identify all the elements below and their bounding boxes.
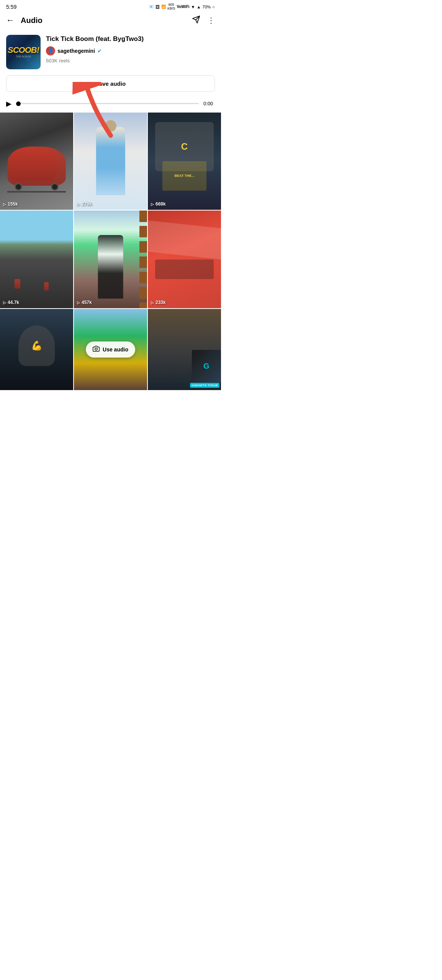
play-icon-2: ▷ [77, 202, 80, 206]
video-cell-9[interactable]: GADGETS TOSUE G [148, 309, 221, 390]
video-cell-3[interactable]: C BEAT THE... ▷ 669k [148, 113, 221, 210]
video-views-6: ▷ 233k [151, 300, 166, 305]
video-cell-4[interactable]: ▷ 44.7k [0, 211, 73, 308]
audio-details: Tick Tick Boom (feat. BygTwo3) 👤 sagethe… [46, 35, 215, 64]
video-views-1: ▷ 155k [3, 201, 18, 207]
video-cell-8[interactable]: Use audio [74, 309, 147, 390]
audio-title: Tick Tick Boom (feat. BygTwo3) [46, 35, 215, 43]
status-bar: 5:59 📧 🖼 📶 805KB/S VoWiFi ▼ ▲ 70% ○ [0, 0, 221, 12]
video-cell-2[interactable]: ▷ 279k [74, 113, 147, 210]
play-icon-6: ▷ [151, 301, 154, 305]
time-display: 0:00 [203, 101, 215, 106]
video-grid: ▷ 155k ▷ 279k C BEAT THE... ▷ 669k [0, 113, 221, 390]
logo-area: G [192, 350, 221, 382]
notification-icon: 📧 [149, 4, 154, 9]
video-cell-6[interactable]: ▷ 233k [148, 211, 221, 308]
progress-thumb[interactable] [16, 101, 21, 106]
wifi-icon: ▼ [191, 5, 195, 9]
video-views-3: ▷ 669k [151, 201, 166, 207]
play-icon-1: ▷ [3, 202, 6, 206]
status-time: 5:59 [6, 4, 16, 10]
battery-label: 70% [202, 5, 211, 9]
battery-icon: ○ [212, 5, 215, 9]
back-button[interactable]: ← [6, 15, 15, 25]
artist-name[interactable]: sagethegemini [57, 48, 95, 54]
page-title: Audio [21, 16, 43, 25]
camera-icon [93, 345, 100, 354]
save-audio-button[interactable]: Save audio [6, 75, 215, 92]
player-bar: ▶ 0:00 [0, 96, 221, 113]
vowifi-label: VoWiFi [177, 5, 189, 9]
use-audio-label: Use audio [103, 346, 128, 353]
status-icons: 📧 🖼 📶 805KB/S VoWiFi ▼ ▲ 70% ○ [149, 3, 215, 11]
video-views-5: ▷ 457k [77, 300, 92, 305]
video-grid-wrapper: ▷ 155k ▷ 279k C BEAT THE... ▷ 669k [0, 113, 221, 390]
play-button[interactable]: ▶ [6, 100, 11, 108]
watermark-badge: GADGETS TOSUE [190, 383, 219, 388]
reels-count: 603K reels [46, 58, 215, 64]
video-cell-5[interactable]: ▷ 457k [74, 211, 147, 308]
svg-point-3 [95, 348, 97, 350]
signal-icon: ▲ [196, 5, 201, 9]
video-cell-7[interactable]: 💪 [0, 309, 73, 390]
header-left: ← Audio [6, 15, 43, 25]
play-icon-5: ▷ [77, 301, 80, 305]
image-icon: 🖼 [156, 5, 160, 9]
artist-avatar: 👤 [46, 46, 55, 56]
more-options-icon[interactable]: ⋮ [207, 16, 215, 25]
share-icon[interactable] [192, 15, 200, 26]
video-cell-1[interactable]: ▷ 155k [0, 113, 73, 210]
watermark-text: GADGETS TOSUE [192, 384, 218, 387]
play-icon-3: ▷ [151, 202, 154, 206]
video-views-4: ▷ 44.7k [3, 300, 19, 305]
album-art-title: SCOOB! [8, 46, 39, 54]
play-icon-4: ▷ [3, 301, 6, 305]
artist-row: 👤 sagethegemini ✔ [46, 46, 215, 56]
media-icon: 📶 [161, 5, 166, 9]
progress-track[interactable] [16, 103, 199, 104]
header-right: ⋮ [192, 15, 215, 26]
verified-badge: ✔ [97, 48, 102, 54]
use-audio-button[interactable]: Use audio [86, 341, 135, 358]
video-views-2: ▷ 279k [77, 201, 92, 207]
album-art: SCOOB! THE ALBUM 🐾 [6, 35, 41, 69]
header: ← Audio ⋮ [0, 12, 221, 30]
network-speed: 805KB/S [167, 3, 175, 11]
audio-info: SCOOB! THE ALBUM 🐾 Tick Tick Boom (feat.… [0, 30, 221, 75]
